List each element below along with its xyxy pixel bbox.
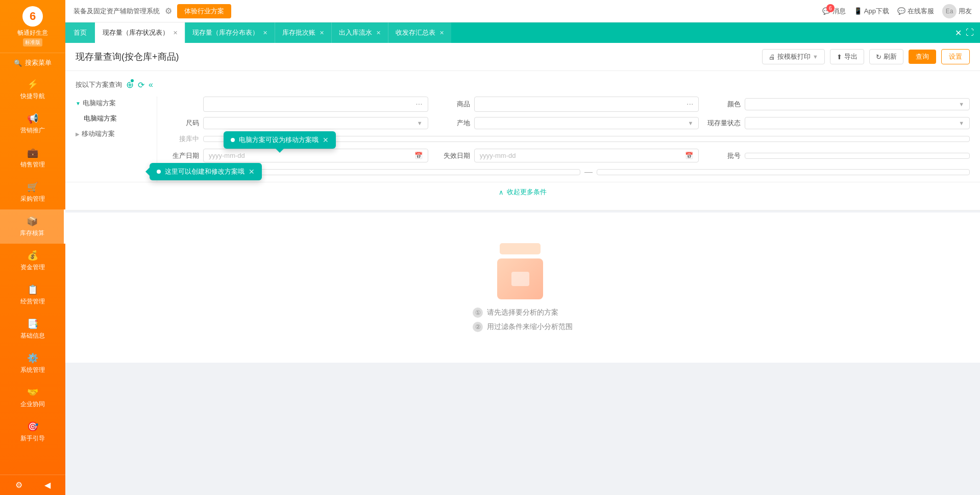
sidebar-item-inventory[interactable]: 📦 库存核算 — [0, 209, 65, 244]
sidebar-sales-label: 销售管理 — [20, 160, 45, 169]
product-select[interactable]: ··· — [474, 97, 699, 112]
filter-refresh-button[interactable]: ⟳ — [138, 80, 144, 90]
schema-column: ▼ 电脑端方案 电脑端方案 ▶ 移动端方案 — [76, 97, 157, 182]
quick-nav-icon: ⚡ — [27, 79, 38, 90]
tab-summary-label: 收发存汇总表 — [396, 28, 435, 37]
filter-field-batch-no: 批号 — [705, 151, 970, 160]
tab-fullscreen-icon[interactable]: ⛶ — [966, 28, 974, 37]
filter-back-button[interactable]: « — [149, 80, 153, 89]
batch-no-input[interactable] — [745, 153, 970, 159]
stock-qty-to[interactable] — [597, 169, 970, 175]
sidebar-item-finance[interactable]: 💰 资金管理 — [0, 244, 65, 278]
enterprise-icon: 🤝 — [27, 387, 38, 398]
settings-bottom-icon[interactable]: ⚙ — [15, 480, 22, 490]
settings-button[interactable]: 设置 — [941, 49, 970, 64]
tab-close-all-icon[interactable]: ✕ — [955, 28, 962, 38]
print-button[interactable]: 🖨 按模板打印 ▼ — [762, 49, 825, 64]
filter-field-stock-status: 现存量状态 ▼ — [705, 117, 970, 129]
schema-section-arrow: ▼ — [76, 101, 81, 106]
logo-icon: 6 — [22, 6, 43, 27]
tab-inventory-dist[interactable]: 现存量（库存分布表） ✕ — [185, 22, 275, 43]
tab-batch-account[interactable]: 库存批次账 ✕ — [275, 22, 331, 43]
color-select[interactable]: ▼ — [745, 98, 970, 110]
sidebar-item-purchase[interactable]: 🛒 采购管理 — [0, 175, 65, 209]
expire-date-input[interactable]: yyyy-mm-dd 📅 — [474, 149, 699, 162]
stock-qty-range: — — [207, 168, 970, 177]
tab-bar-actions: ✕ ⛶ — [955, 28, 980, 38]
tooltip-plan: 电脑方案可设为移动方案哦 ✕ — [224, 131, 336, 149]
tab-inventory-dist-close[interactable]: ✕ — [263, 30, 267, 36]
accept-label: 接库中 — [163, 134, 199, 144]
online-support-action[interactable]: 💬 在线客服 — [897, 7, 934, 16]
tooltip-plan-arrow — [276, 149, 284, 153]
size-select[interactable]: ▼ — [203, 117, 428, 129]
app-download-icon: 📱 — [854, 7, 862, 15]
hint-text-2: 用过滤条件来缩小分析范围 — [487, 322, 573, 332]
tooltip-create: 这里可以创建和修改方案哦 ✕ — [150, 163, 262, 180]
prod-date-input[interactable]: yyyy-mm-dd 📅 — [203, 149, 428, 162]
user-action[interactable]: Ea 用友 — [942, 4, 972, 18]
collapse-label: 收起更多条件 — [507, 187, 547, 197]
sidebar-basicinfo-label: 基础信息 — [20, 332, 45, 340]
tab-summary[interactable]: 收发存汇总表 ✕ — [388, 22, 451, 43]
stock-qty-separator: — — [584, 168, 593, 177]
tab-inout-flow-close[interactable]: ✕ — [376, 30, 381, 36]
tooltip-plan-text: 电脑方案可设为移动方案哦 — [239, 135, 318, 145]
export-button[interactable]: ⬆ 导出 — [830, 49, 864, 64]
tooltip-create-close[interactable]: ✕ — [249, 168, 255, 176]
trial-button[interactable]: 体验行业方案 — [177, 4, 231, 18]
filter-area: 按以下方案查询 ⊕ ⟳ « ▼ 电脑端方案 电脑端方案 — [65, 71, 980, 210]
tab-inventory-status-close[interactable]: ✕ — [173, 30, 178, 36]
tab-summary-close[interactable]: ✕ — [439, 30, 444, 36]
product-label: 商品 — [434, 100, 470, 109]
collapse-sidebar-icon[interactable]: ◀ — [44, 480, 51, 490]
collapse-button[interactable]: ∧ 收起更多条件 — [76, 182, 970, 202]
schema-desktop-plan[interactable]: 电脑端方案 — [76, 112, 151, 125]
search-icon: 🔍 — [14, 59, 22, 67]
prod-date-placeholder: yyyy-mm-dd — [209, 152, 245, 159]
tab-inventory-status[interactable]: 现存量（库存状况表） ✕ — [95, 22, 185, 43]
tab-home-label: 首页 — [74, 28, 87, 37]
filter-add-button[interactable]: ⊕ — [126, 79, 134, 90]
tab-home[interactable]: 首页 — [65, 22, 95, 43]
sidebar-item-guide[interactable]: 🎯 新手引导 — [0, 415, 65, 449]
stock-status-select[interactable]: ▼ — [745, 117, 970, 129]
empty-state: ① 请先选择要分析的方案 ② 用过滤条件来缩小分析范围 — [65, 213, 980, 363]
sidebar-item-quick-nav[interactable]: ⚡ 快捷导航 — [0, 73, 65, 107]
hint-text-1: 请先选择要分析的方案 — [487, 308, 558, 317]
filter-row-2: 尺码 ▼ 产地 ▼ — [163, 117, 970, 129]
query-button[interactable]: 查询 — [909, 50, 936, 64]
main-area: 装备及固定资产辅助管理系统 ⚙ 体验行业方案 💬 6 消息 📱 App下载 💬 … — [65, 0, 980, 495]
sidebar-item-sales[interactable]: 💼 销售管理 — [0, 141, 65, 175]
filter-field-stock-qty: 现存量（主） — — [163, 168, 970, 177]
sidebar-item-marketing[interactable]: 📢 营销推广 — [0, 107, 65, 141]
sidebar-purchase-label: 采购管理 — [20, 195, 45, 203]
message-action[interactable]: 💬 6 消息 — [822, 7, 846, 16]
tab-batch-account-close[interactable]: ✕ — [320, 30, 324, 36]
tooltip-plan-close[interactable]: ✕ — [323, 136, 329, 144]
tooltip-create-dot — [157, 170, 161, 174]
settings-gear-icon[interactable]: ⚙ — [165, 6, 172, 16]
tab-inout-flow[interactable]: 出入库流水 ✕ — [331, 22, 388, 43]
sidebar-item-basic-info[interactable]: 📑 基础信息 — [0, 312, 65, 346]
content-actions: 🖨 按模板打印 ▼ ⬆ 导出 ↻ 刷新 查询 设置 — [762, 49, 970, 64]
color-chevron-icon: ▼ — [959, 101, 964, 107]
app-download-action[interactable]: 📱 App下载 — [854, 7, 889, 16]
sidebar-item-system[interactable]: ⚙️ 系统管理 — [0, 346, 65, 381]
sidebar-inventory-label: 库存核算 — [20, 229, 44, 238]
sidebar-item-search[interactable]: 🔍 搜索菜单 — [0, 53, 65, 73]
logo-title: 畅通好生意 — [17, 29, 48, 37]
tooltip-plan-dot — [231, 138, 235, 142]
app-download-label: App下载 — [864, 7, 889, 16]
filter-field-warehouse: ··· — [163, 97, 428, 112]
refresh-button[interactable]: ↻ 刷新 — [869, 49, 903, 64]
origin-select[interactable]: ▼ — [474, 117, 699, 129]
sidebar-item-enterprise[interactable]: 🤝 企业协同 — [0, 381, 65, 415]
color-label: 颜色 — [705, 100, 741, 109]
page-content: 现存量查询(按仓库+商品) 🖨 按模板打印 ▼ ⬆ 导出 ↻ 刷新 查询 设置 — [65, 43, 980, 495]
stock-qty-from[interactable] — [207, 169, 580, 175]
sidebar-item-operations[interactable]: 📋 经营管理 — [0, 278, 65, 312]
sidebar-operations-label: 经营管理 — [20, 297, 45, 306]
warehouse-select[interactable]: ··· — [203, 97, 428, 112]
empty-illustration — [492, 243, 553, 299]
